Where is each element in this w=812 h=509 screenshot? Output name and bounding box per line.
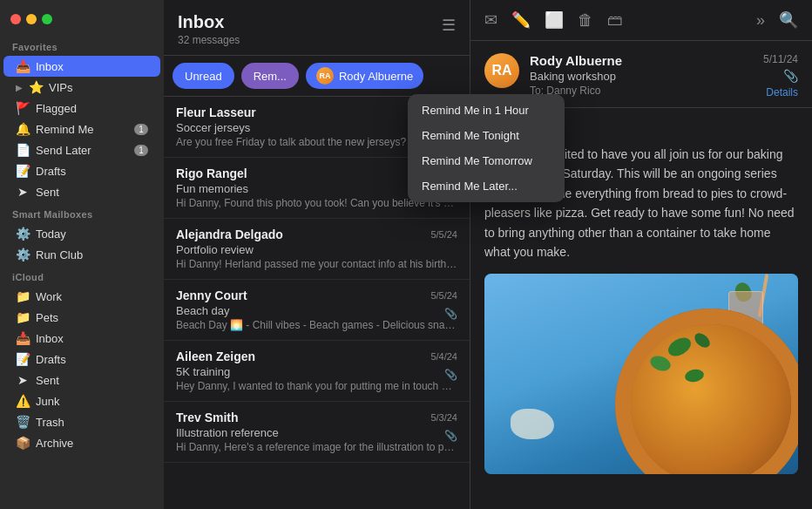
- inbox-icon: 📥: [16, 59, 30, 73]
- sidebar-item-label: Trash: [36, 416, 64, 429]
- sidebar-item-sent[interactable]: ➤ Sent: [3, 181, 160, 202]
- flag-icon: 🚩: [16, 101, 30, 115]
- close-button[interactable]: [10, 14, 21, 24]
- message-subject: Beach day: [176, 304, 457, 317]
- sender-filter-label: Rody Albuerne: [339, 70, 413, 83]
- sidebar-item-label: Send Later: [36, 144, 91, 157]
- trash-toolbar-icon[interactable]: 🗑: [578, 11, 593, 30]
- work-folder-icon: 📁: [16, 289, 30, 303]
- sidebar-item-inbox[interactable]: 📥 Inbox: [3, 56, 160, 77]
- filter-sender-button[interactable]: RA Rody Albuerne: [306, 63, 423, 89]
- email-image: [484, 274, 798, 474]
- details-link[interactable]: Details: [763, 86, 798, 98]
- avatar: RA: [484, 53, 519, 88]
- sidebar-item-run-club[interactable]: ⚙️ Run Club: [3, 244, 160, 265]
- icloud-drafts-icon: 📝: [16, 352, 30, 366]
- sidebar-item-trash[interactable]: 🗑️ Trash: [3, 411, 160, 432]
- sidebar-item-junk[interactable]: ⚠️ Junk: [3, 390, 160, 411]
- message-row[interactable]: Trev Smith 5/3/24 Illustration reference…: [164, 402, 470, 463]
- message-preview: Hi Danny! Herland passed me your contact…: [176, 258, 457, 270]
- sidebar-item-pets[interactable]: 📁 Pets: [3, 307, 160, 328]
- sidebar-item-label: VIPs: [49, 81, 72, 94]
- context-menu: Remind Me in 1 Hour Remind Me Tonight Re…: [408, 94, 565, 202]
- message-row[interactable]: Jenny Court 5/5/24 Beach day Beach Day 🌅…: [164, 280, 470, 341]
- detail-attachment-icon: 📎: [763, 69, 798, 83]
- icloud-label: iCloud: [0, 265, 164, 286]
- message-sender: Trev Smith: [176, 411, 239, 424]
- favorites-label: Favorites: [0, 35, 164, 56]
- sidebar-item-remind-me[interactable]: 🔔 Remind Me 1: [3, 119, 160, 139]
- message-date: 5/5/24: [430, 229, 457, 240]
- remind-tonight-option[interactable]: Remind Me Tonight: [408, 123, 565, 148]
- message-count: 32 messages: [178, 34, 240, 46]
- filter-icon[interactable]: ☰: [442, 16, 456, 35]
- remind-tomorrow-option[interactable]: Remind Me Tomorrow: [408, 148, 565, 173]
- trash-icon: 🗑️: [16, 415, 30, 429]
- message-sender: Rigo Rangel: [176, 166, 247, 180]
- pets-folder-icon: 📁: [16, 310, 30, 324]
- sidebar-item-flagged[interactable]: 🚩 Flagged: [3, 98, 160, 119]
- sidebar-item-drafts[interactable]: 📝 Drafts: [3, 160, 160, 181]
- message-sender: Alejandra Delgado: [176, 227, 283, 241]
- sidebar-item-archive[interactable]: 📦 Archive: [3, 432, 160, 453]
- detail-sender-name: Rody Albuerne: [530, 53, 753, 68]
- message-preview: Hi Danny, Here's a reference image for t…: [176, 441, 457, 453]
- minimize-button[interactable]: [26, 14, 37, 24]
- message-preview: Beach Day 🌅 - Chill vibes - Beach games …: [176, 319, 457, 331]
- filter-unread-button[interactable]: Unread: [173, 63, 234, 89]
- today-icon: ⚙️: [16, 227, 30, 241]
- sidebar-item-send-later[interactable]: 📄 Send Later 1: [3, 139, 160, 160]
- filter-reminders-button[interactable]: Rem...: [241, 63, 299, 89]
- sender-avatar-small: RA: [316, 67, 334, 85]
- remind-1h-option[interactable]: Remind Me in 1 Hour: [408, 98, 565, 123]
- vips-icon: ⭐: [29, 80, 43, 94]
- message-date: 5/3/24: [430, 412, 457, 423]
- maximize-button[interactable]: [42, 14, 52, 24]
- sidebar-item-label: Junk: [36, 395, 59, 408]
- sidebar-item-label: Flagged: [36, 102, 77, 115]
- attachment-icon: 📎: [444, 430, 457, 442]
- attachment-icon: 📎: [444, 369, 457, 381]
- sidebar-item-label: Inbox: [36, 60, 64, 73]
- attachment-icon: 📎: [444, 308, 457, 320]
- sidebar-item-today[interactable]: ⚙️ Today: [3, 223, 160, 244]
- detail-panel: ✉ ✏️ ⬜ 🗑 🗃 » 🔍 RA Rody Albuerne Baking w…: [470, 0, 812, 509]
- filter-bar: Unread Rem... RA Rody Albuerne: [164, 56, 470, 97]
- message-date: 5/4/24: [430, 351, 457, 362]
- remind-me-badge: 1: [134, 124, 148, 135]
- message-subject: Illustration reference: [176, 426, 457, 439]
- sidebar-item-icloud-inbox[interactable]: 📥 Inbox: [3, 328, 160, 349]
- archive-icon: 📦: [16, 436, 30, 450]
- sidebar-item-work[interactable]: 📁 Work: [3, 286, 160, 307]
- sidebar-item-label: Inbox: [36, 332, 64, 345]
- message-sender: Fleur Lasseur: [176, 105, 256, 119]
- sidebar-item-label: Work: [36, 290, 62, 303]
- message-row[interactable]: Aileen Zeigen 5/4/24 5K training Hey Dan…: [164, 341, 470, 402]
- sent-icon: ➤: [16, 185, 30, 199]
- inbox-title: Inbox: [178, 12, 240, 32]
- sidebar-item-icloud-sent[interactable]: ➤ Sent: [3, 370, 160, 390]
- reply-icon[interactable]: ✉: [484, 10, 497, 30]
- search-icon[interactable]: 🔍: [779, 10, 798, 30]
- message-sender: Jenny Court: [176, 288, 247, 302]
- message-subject: 5K training: [176, 365, 457, 378]
- sidebar-item-vips[interactable]: ▶ ⭐ VIPs: [3, 77, 160, 98]
- detail-subject: Baking workshop: [530, 70, 753, 83]
- run-club-icon: ⚙️: [16, 248, 30, 261]
- bell-icon: 🔔: [16, 122, 30, 136]
- junk-toolbar-icon[interactable]: 🗃: [607, 11, 623, 30]
- message-subject: Portfolio review: [176, 243, 457, 256]
- remind-later-option[interactable]: Remind Me Later...: [408, 173, 565, 199]
- drafts-icon: 📝: [16, 164, 30, 178]
- compose-icon[interactable]: ✏️: [511, 10, 531, 30]
- sidebar-item-label: Remind Me: [36, 123, 93, 136]
- message-date: 5/5/24: [430, 290, 457, 301]
- more-icon[interactable]: »: [756, 11, 765, 30]
- archive-toolbar-icon[interactable]: ⬜: [545, 10, 564, 30]
- icloud-sent-icon: ➤: [16, 373, 30, 387]
- sidebar-item-icloud-drafts[interactable]: 📝 Drafts: [3, 349, 160, 370]
- sidebar-item-label: Drafts: [36, 353, 66, 366]
- smart-mailboxes-label: Smart Mailboxes: [0, 202, 164, 223]
- message-row[interactable]: Alejandra Delgado 5/5/24 Portfolio revie…: [164, 219, 470, 280]
- send-later-badge: 1: [134, 145, 148, 156]
